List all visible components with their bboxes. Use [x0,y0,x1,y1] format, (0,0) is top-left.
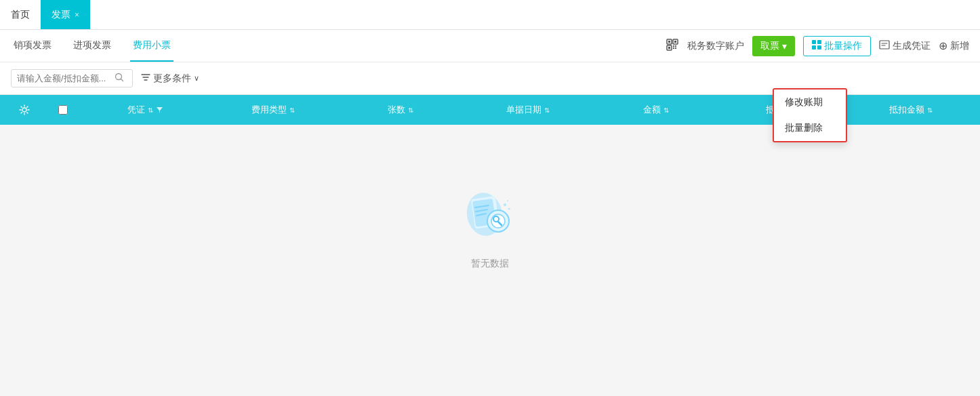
th-gear[interactable] [5,104,43,115]
sub-nav: 销项发票 进项发票 费用小票 [0,30,980,62]
th-date: 单据日期 ⇅ [464,104,592,116]
generate-voucher-icon [879,39,890,52]
svg-rect-10 [812,40,816,44]
sort-amount-icon[interactable]: ⇅ [663,106,669,114]
generate-voucher-label: 生成凭证 [893,40,931,52]
search-icon[interactable] [115,73,124,84]
filter-arrow-icon: ∨ [194,74,199,83]
svg-rect-7 [675,45,676,47]
active-tab-label: 发票 [52,9,70,21]
th-amount: 金额 ⇅ [592,104,720,116]
add-button[interactable]: ⊕ 新增 [939,39,969,52]
batch-ops-icon [812,40,821,52]
svg-point-30 [507,200,508,201]
sub-nav-right: 税务数字账户 取票 ▾ 批量操作 [666,36,969,56]
svg-rect-11 [817,40,821,44]
qr-icon [666,38,679,54]
th-voucher: 凭证 ⇅ [82,104,209,116]
svg-rect-6 [673,45,674,47]
sort-count-icon[interactable]: ⇅ [408,106,413,114]
batch-ops-dropdown: 修改账期 批量删除 [773,88,847,142]
get-ticket-button[interactable]: 取票 ▾ [752,36,795,56]
add-label: 新增 [950,40,969,52]
get-ticket-label: 取票 [760,40,779,52]
search-wrapper [11,69,133,87]
filter-voucher-icon[interactable] [156,105,163,115]
th-deduct-amount: 抵扣金额 ⇅ [847,104,975,116]
modify-period-item[interactable]: 修改账期 [774,90,846,115]
active-tab[interactable]: 发票 × [41,0,90,29]
batch-ops-label: 批量操作 [824,40,862,52]
svg-point-17 [22,108,26,112]
batch-ops-button[interactable]: 批量操作 [803,36,871,56]
home-link[interactable]: 首页 [0,0,41,29]
more-filters-button[interactable]: 更多条件 ∨ [141,73,199,85]
tab-expense[interactable]: 费用小票 [130,30,173,62]
svg-rect-4 [674,41,676,43]
select-all-checkbox[interactable] [58,105,68,115]
tab-purchase[interactable]: 进项发票 [70,30,114,62]
empty-text: 暂无数据 [471,258,509,270]
tab-close-icon[interactable]: × [75,10,79,20]
svg-rect-14 [880,41,889,49]
get-ticket-arrow-icon: ▾ [782,41,787,52]
tax-account-button[interactable]: 税务数字账户 [687,40,744,52]
filter-icon [141,73,150,84]
sort-voucher-icon[interactable]: ⇅ [148,106,153,114]
sub-nav-left: 销项发票 进项发票 费用小票 [11,30,173,62]
svg-point-29 [508,208,510,210]
more-filters-label: 更多条件 [153,73,191,85]
svg-point-28 [504,203,506,206]
generate-voucher-button[interactable]: 生成凭证 [879,39,931,52]
tab-sales[interactable]: 销项发票 [11,30,54,62]
svg-rect-8 [673,47,674,49]
batch-delete-item[interactable]: 批量删除 [774,115,846,141]
th-checkbox[interactable] [43,105,81,115]
add-icon: ⊕ [939,39,947,52]
sort-date-icon[interactable]: ⇅ [544,106,550,114]
top-nav: 首页 发票 × [0,0,980,30]
th-expense-type: 费用类型 ⇅ [209,104,337,116]
svg-line-16 [121,79,123,81]
th-count: 张数 ⇅ [337,104,464,116]
search-input[interactable] [17,73,112,83]
svg-rect-3 [668,41,670,43]
qr-button[interactable] [666,38,679,54]
svg-rect-5 [668,47,670,49]
svg-rect-9 [675,47,676,49]
empty-icon [456,179,524,247]
empty-state: 暂无数据 [0,125,980,297]
sort-expense-type-icon[interactable]: ⇅ [289,106,295,114]
svg-rect-12 [812,45,816,50]
sort-deduct-amount-icon[interactable]: ⇅ [927,106,933,114]
svg-rect-13 [817,45,821,50]
